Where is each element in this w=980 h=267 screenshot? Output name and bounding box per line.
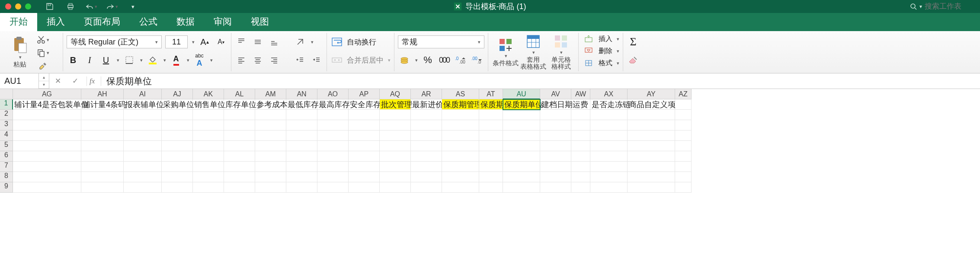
conditional-format-button[interactable]: ▾ 条件格式 <box>492 38 519 67</box>
column-header-AQ[interactable]: AQ <box>380 89 411 99</box>
column-header-AJ[interactable]: AJ <box>162 89 193 99</box>
cell-AW4[interactable] <box>571 130 590 141</box>
cell-AL3[interactable] <box>224 120 255 130</box>
cell-AQ4[interactable] <box>380 130 411 141</box>
cell-AL2[interactable] <box>224 110 255 120</box>
increase-font-icon[interactable]: A▴ <box>198 35 211 48</box>
cell-AX2[interactable] <box>590 110 628 120</box>
cell-AS8[interactable] <box>442 172 479 182</box>
column-header-AR[interactable]: AR <box>411 89 442 99</box>
cell-AR3[interactable] <box>411 120 442 130</box>
cell-AY2[interactable] <box>628 110 675 120</box>
cell-AO9[interactable] <box>317 182 349 193</box>
cell-AK2[interactable] <box>193 110 224 120</box>
cell-AO7[interactable] <box>317 162 349 172</box>
cell-AW7[interactable] <box>571 162 590 172</box>
cell-AZ1[interactable] <box>675 99 692 110</box>
fill-color-icon[interactable] <box>146 54 159 67</box>
cell-AQ2[interactable] <box>380 110 411 120</box>
wrap-text-icon[interactable] <box>330 35 343 48</box>
cell-AN5[interactable] <box>286 141 317 151</box>
cell-AM3[interactable] <box>255 120 286 130</box>
cell-style-button[interactable]: ▾ 单元格 格样式 <box>547 34 575 70</box>
underline-button[interactable]: U <box>99 54 112 67</box>
cell-AP8[interactable] <box>349 172 380 182</box>
cell-AJ8[interactable] <box>162 172 193 182</box>
print-icon[interactable] <box>64 0 77 13</box>
cell-AG2[interactable] <box>13 110 81 120</box>
cell-AU8[interactable] <box>503 172 540 182</box>
cell-AO8[interactable] <box>317 172 349 182</box>
cell-AQ1[interactable]: 批次管理 <box>380 99 411 110</box>
cell-AQ9[interactable] <box>380 182 411 193</box>
row-header-3[interactable]: 3 <box>0 120 13 130</box>
fx-icon[interactable]: fx <box>90 77 95 86</box>
cell-AH2[interactable] <box>81 110 124 120</box>
cell-AY4[interactable] <box>628 130 675 141</box>
cell-AO1[interactable]: 最高库存 <box>317 99 349 110</box>
minimize-window-icon[interactable] <box>15 3 21 10</box>
cell-AT7[interactable] <box>479 162 503 172</box>
cell-AH6[interactable] <box>81 151 124 162</box>
cell-AY5[interactable] <box>628 141 675 151</box>
cell-AS1[interactable]: 保质期管理 <box>442 99 479 110</box>
cell-AX5[interactable] <box>590 141 628 151</box>
orientation-icon[interactable] <box>294 35 307 48</box>
cell-AT6[interactable] <box>479 151 503 162</box>
cell-AX6[interactable] <box>590 151 628 162</box>
font-name-select[interactable]: 等线 Regular (正文)▾ <box>67 35 162 48</box>
cell-AI6[interactable] <box>124 151 162 162</box>
cell-AY7[interactable] <box>628 162 675 172</box>
cell-AN9[interactable] <box>286 182 317 193</box>
cell-AW3[interactable] <box>571 120 590 130</box>
cell-AG3[interactable] <box>13 120 81 130</box>
confirm-formula-icon[interactable]: ✓ <box>67 76 84 86</box>
cell-AU7[interactable] <box>503 162 540 172</box>
cell-AT3[interactable] <box>479 120 503 130</box>
cell-AG5[interactable] <box>13 141 81 151</box>
cell-AY8[interactable] <box>628 172 675 182</box>
cell-AO6[interactable] <box>317 151 349 162</box>
cell-AR7[interactable] <box>411 162 442 172</box>
cell-AX9[interactable] <box>590 182 628 193</box>
cell-AN1[interactable]: 最低库存 <box>286 99 317 110</box>
cell-AL5[interactable] <box>224 141 255 151</box>
bold-button[interactable]: B <box>67 54 80 67</box>
cell-AN4[interactable] <box>286 130 317 141</box>
cell-AI1[interactable]: 报表辅单位 <box>124 99 162 110</box>
cell-AJ9[interactable] <box>162 182 193 193</box>
cell-AR2[interactable] <box>411 110 442 120</box>
cell-AL8[interactable] <box>224 172 255 182</box>
cell-AP2[interactable] <box>349 110 380 120</box>
cell-AN8[interactable] <box>286 172 317 182</box>
cell-AI5[interactable] <box>124 141 162 151</box>
column-header-AK[interactable]: AK <box>193 89 224 99</box>
cell-AQ6[interactable] <box>380 151 411 162</box>
table-format-button[interactable]: ▾ 套用 表格格式 <box>519 34 547 70</box>
cell-AV3[interactable] <box>540 120 571 130</box>
column-header-AS[interactable]: AS <box>442 89 479 99</box>
row-header-6[interactable]: 6 <box>0 151 13 162</box>
search-input[interactable] <box>925 2 972 11</box>
search-bar[interactable]: ▾ <box>910 2 980 11</box>
tab-插入[interactable]: 插入 <box>37 12 74 31</box>
cell-AO5[interactable] <box>317 141 349 151</box>
cell-AZ3[interactable] <box>675 120 692 130</box>
cell-AR9[interactable] <box>411 182 442 193</box>
row-header-8[interactable]: 8 <box>0 172 13 182</box>
cell-AV1[interactable]: 建档日期 <box>540 99 571 110</box>
italic-button[interactable]: I <box>83 54 96 67</box>
column-header-AX[interactable]: AX <box>590 89 628 99</box>
cell-AV6[interactable] <box>540 151 571 162</box>
cell-AZ8[interactable] <box>675 172 692 182</box>
cell-AW6[interactable] <box>571 151 590 162</box>
cell-AK8[interactable] <box>193 172 224 182</box>
cell-AJ1[interactable]: 采购单位 <box>162 99 193 110</box>
cell-AV8[interactable] <box>540 172 571 182</box>
tab-审阅[interactable]: 审阅 <box>204 12 241 31</box>
cell-AL7[interactable] <box>224 162 255 172</box>
cell-AQ8[interactable] <box>380 172 411 182</box>
cell-AX1[interactable]: 是否走冻链 <box>590 99 628 110</box>
name-box-stepper[interactable]: ▴▾ <box>39 73 49 89</box>
cell-AQ3[interactable] <box>380 120 411 130</box>
